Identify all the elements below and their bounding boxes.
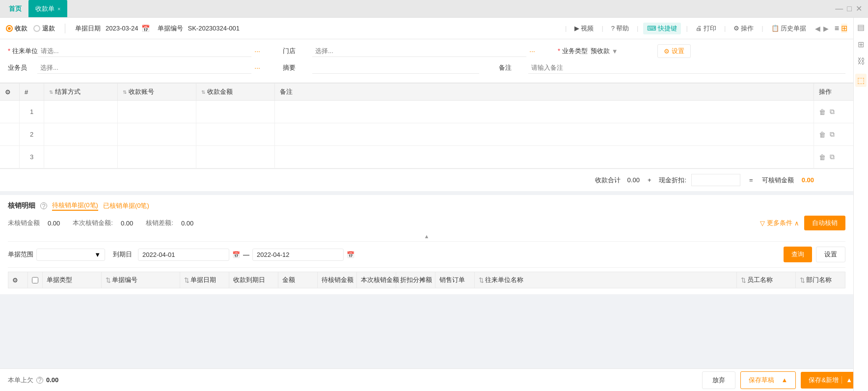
save-arrow-icon[interactable]: ▲ (841, 376, 852, 384)
partner-more-btn[interactable]: ··· (251, 47, 263, 55)
discard-btn[interactable]: 放弃 (702, 371, 735, 389)
biz-type-arrow-icon: ▼ (612, 48, 618, 55)
search-range-label: 单据范围 (8, 250, 33, 259)
search-range-select[interactable]: ▼ (36, 249, 105, 261)
tab-home-label: 首页 (9, 4, 22, 13)
btn-video[interactable]: ▶ 视频 (571, 23, 597, 34)
table-row: 1 🗑 ⧉ (0, 101, 853, 123)
tab-home[interactable]: 首页 (2, 0, 28, 17)
sort-sub-date-icon: ⇅ (184, 277, 190, 284)
store-more-btn[interactable]: ··· (526, 47, 538, 55)
sidebar-expand-icon[interactable]: ⬚ (855, 74, 867, 87)
delete-icon-1[interactable]: 🗑 (819, 108, 826, 116)
delete-icon-3[interactable]: 🗑 (819, 153, 826, 161)
bottom-info-icon[interactable]: ? (36, 377, 43, 384)
td-amount-2[interactable] (196, 123, 275, 145)
td-settle-2[interactable] (44, 123, 118, 145)
window-minimize-icon[interactable]: — (835, 4, 843, 13)
hexiao-tab1[interactable]: 待核销单据(0笔) (52, 201, 98, 211)
stats-label3: 核销差额: (146, 219, 173, 227)
td-num-2: 2 (20, 123, 44, 145)
staff-more-btn[interactable]: ··· (251, 64, 263, 72)
td-account-3[interactable] (118, 146, 196, 168)
staff-field: 业务员 ··· (8, 62, 263, 74)
store-input[interactable] (312, 45, 526, 57)
calendar-icon[interactable]: 📅 (141, 25, 150, 32)
td-remark-1[interactable] (275, 101, 814, 123)
info-icon-label: ? (42, 202, 45, 210)
view-list-icon[interactable]: ≡ (835, 24, 839, 33)
search-range-arrow-icon: ▼ (94, 251, 101, 258)
td-settle-3[interactable] (44, 146, 118, 168)
cal-to-icon[interactable]: 📅 (347, 251, 354, 258)
hexiao-info-icon[interactable]: ? (40, 202, 47, 209)
draft-arrow-icon[interactable]: ▲ (777, 376, 788, 384)
window-maximize-icon[interactable]: □ (847, 4, 852, 13)
td-settle-1[interactable] (44, 101, 118, 123)
td-account-1[interactable] (118, 101, 196, 123)
btn-shortcut[interactable]: ⌨ 快捷键 (643, 23, 681, 34)
view-grid-icon[interactable]: ⊞ (841, 24, 847, 33)
summary-discount-input[interactable] (691, 174, 740, 186)
td-account-2[interactable] (118, 123, 196, 145)
radio-shoukuan[interactable]: 收款 (6, 24, 27, 33)
delete-icon-2[interactable]: 🗑 (819, 131, 826, 139)
btn-help-label: 帮助 (616, 24, 629, 33)
copy-icon-1[interactable]: ⧉ (830, 108, 835, 116)
filter-more-btn[interactable]: ▽ 更多条件 ∧ (760, 219, 799, 227)
sidebar-link-icon[interactable]: ⛓ (857, 57, 865, 66)
td-amount-3[interactable] (196, 146, 275, 168)
cal-from-icon[interactable]: 📅 (232, 251, 240, 258)
td-action-1: 🗑 ⧉ (814, 101, 853, 123)
sub-settings-btn[interactable]: 设置 (816, 247, 845, 262)
sub-th-dept: ⇅ 部门名称 (796, 272, 845, 288)
th-settings[interactable]: ⚙ (0, 84, 20, 100)
copy-icon-2[interactable]: ⧉ (830, 130, 835, 139)
query-btn[interactable]: 查询 (784, 247, 812, 262)
sub-th-check[interactable] (28, 272, 43, 288)
staff-input[interactable] (37, 62, 251, 74)
biz-type-select[interactable]: 预收款 ▼ (591, 47, 650, 56)
td-remark-2[interactable] (275, 123, 814, 145)
tab-current[interactable]: 收款单 × (28, 0, 67, 17)
nav-next-icon[interactable]: ▶ (822, 24, 830, 33)
save-btn[interactable]: 保存&新增 ▲ (801, 372, 860, 389)
radio-tuikuan-label: 退款 (42, 24, 55, 33)
nav-prev-icon[interactable]: ◀ (814, 24, 821, 33)
radio-tuikuan[interactable]: 退款 (33, 24, 55, 33)
sort-sub-dept-icon: ⇅ (800, 277, 805, 284)
btn-action[interactable]: ⚙ 操作 (731, 23, 757, 34)
auto-hexiao-btn[interactable]: 自动核销 (804, 216, 845, 230)
td-num-3: 3 (20, 146, 44, 168)
copy-icon-3[interactable]: ⧉ (830, 153, 835, 161)
window-close-icon[interactable]: ✕ (856, 4, 862, 13)
form-settings-btn[interactable]: ⚙ 设置 (657, 44, 691, 58)
remark-input[interactable] (528, 62, 845, 74)
draft-btn[interactable]: 保存草稿 ▲ (740, 371, 796, 389)
date-from-input[interactable] (138, 249, 229, 261)
sub-th-sales-order: 销售订单 (435, 272, 475, 288)
bottom-info-label: ? (38, 376, 41, 384)
partner-input[interactable] (38, 45, 252, 57)
summary-input[interactable] (312, 62, 479, 74)
sidebar-grid-icon[interactable]: ⊞ (858, 40, 864, 49)
sub-th-discount-label: 折扣分摊额 (400, 276, 432, 284)
th-amount-label: 收款金额 (207, 87, 233, 96)
date-to-input[interactable] (252, 249, 344, 261)
td-amount-1[interactable] (196, 101, 275, 123)
sort-sub-num-icon: ⇅ (106, 277, 111, 284)
sidebar-table-icon[interactable]: ▤ (857, 23, 865, 32)
hexiao-tab2[interactable]: 已核销单据(0笔) (103, 201, 149, 210)
tab-close-icon[interactable]: × (57, 6, 60, 12)
sub-th-settings[interactable]: ⚙ (8, 272, 28, 288)
sub-th-partner: ⇅ 往来单位名称 (475, 272, 737, 288)
right-sidebar: ▤ ⊞ ⛓ ⬚ (853, 18, 868, 391)
summary-label2: 现金折扣: (659, 176, 686, 185)
summary-value3: 0.00 (802, 176, 814, 184)
td-remark-3[interactable] (275, 146, 814, 168)
th-settle: ⇅ 结算方式 (44, 84, 118, 100)
btn-help[interactable]: ? 帮助 (608, 23, 632, 34)
sub-check-all[interactable] (32, 277, 38, 283)
btn-print[interactable]: 🖨 打印 (693, 23, 719, 34)
btn-history[interactable]: 📋 历史单据 (768, 23, 809, 34)
